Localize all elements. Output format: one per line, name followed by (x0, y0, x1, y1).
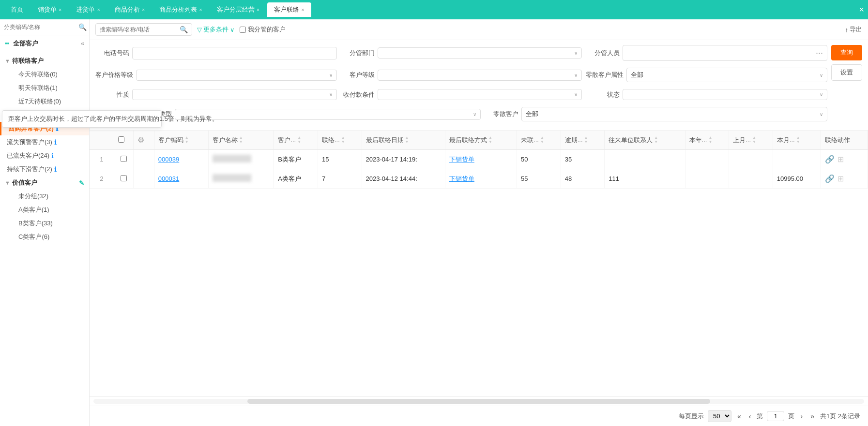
sidebar-item-class-c[interactable]: C类客户(6) (12, 230, 89, 244)
tab-analysis-list-close[interactable]: × (199, 7, 202, 13)
sidebar-item-tomorrow[interactable]: 明天待联络(1) (12, 81, 89, 95)
filter-row-3: 性质 ∨ 收付款条件 ∨ (95, 89, 827, 100)
tab-sales[interactable]: 销货单 × (31, 2, 68, 17)
prev-page-btn[interactable]: ‹ (747, 411, 753, 421)
filter-cust-type-select[interactable]: ∨ (175, 109, 481, 120)
tab-analysis[interactable]: 商品分析 × (108, 2, 152, 17)
sidebar-item-7days[interactable]: 近7天待联络(0) (12, 95, 89, 108)
sidebar-item-churn-warning[interactable]: 流失预警客户(3) ℹ (0, 135, 89, 149)
action-grid-icon-2[interactable]: ⊞ (838, 174, 844, 183)
td-code-2[interactable]: 000031 (154, 169, 208, 189)
sort-this-month[interactable]: 本月... ▲▼ (777, 136, 817, 145)
last-method-link-2[interactable]: 下销货单 (449, 175, 474, 182)
sidebar-item-churned[interactable]: 已流失客户(24) ℹ (0, 149, 89, 162)
filter-retail-attr-label: 零散客户属性 (586, 71, 624, 79)
info-icon-churn-warning[interactable]: ℹ (54, 138, 57, 146)
info-icon-churned[interactable]: ℹ (51, 152, 54, 160)
sort-code[interactable]: 客户编码 ▲▼ (158, 136, 204, 145)
filter-payment-select[interactable]: ∨ (378, 89, 582, 100)
sort-contact[interactable]: 联络... ▲▼ (322, 136, 358, 145)
td-action-2: 🔗 ⊞ (821, 169, 868, 189)
tab-customer-contact[interactable]: 客户联络 × (267, 2, 311, 17)
td-contact-2: 7 (318, 169, 362, 189)
info-icon-declining[interactable]: ℹ (54, 165, 57, 173)
sort-arrows-contact: ▲▼ (341, 136, 345, 144)
query-button[interactable]: 查询 (831, 45, 862, 60)
sort-unread[interactable]: 未联... ▲▼ (521, 136, 557, 145)
table-row: 1 000039 B类客户 15 2023-04-17 14:19: 下销货单 … (90, 150, 868, 169)
search-input[interactable] (100, 26, 178, 33)
sort-last-method[interactable]: 最后联络方式 ▲▼ (449, 136, 513, 145)
tab-customer-mgmt[interactable]: 客户分层经营 × (210, 2, 266, 17)
table-settings-icon[interactable]: ⚙ (137, 136, 144, 144)
filter-dots-icon[interactable]: ··· (816, 48, 823, 58)
filter-retail-cust-select[interactable]: 全部 ∨ (521, 107, 827, 121)
row-1-checkbox[interactable] (121, 156, 127, 162)
filter-dept-select[interactable]: ∨ (378, 47, 582, 59)
sort-name[interactable]: 客户名称 ▲▼ (213, 136, 270, 145)
my-customer-checkbox[interactable]: 我分管的客户 (240, 25, 286, 34)
sidebar-search-input[interactable] (4, 24, 76, 30)
filter-retail-cust: 零散客户 全部 ∨ (485, 107, 827, 121)
action-link-icon-1[interactable]: 🔗 (825, 155, 835, 164)
filter-dept-label: 分管部门 (341, 49, 375, 58)
action-link-icon-2[interactable]: 🔗 (825, 174, 835, 183)
first-page-btn[interactable]: « (735, 411, 743, 421)
sort-level[interactable]: 客户... ▲▼ (278, 136, 314, 145)
sidebar-collapse-icon[interactable]: « (81, 40, 84, 47)
sort-last-date[interactable]: 最后联络日期 ▲▼ (366, 136, 441, 145)
td-code-1[interactable]: 000039 (154, 150, 208, 169)
filter-payment-label: 收付款条件 (341, 90, 375, 99)
row-2-checkbox[interactable] (121, 175, 127, 181)
edit-value-icon[interactable]: ✎ (79, 179, 84, 187)
tab-home[interactable]: 首页 (4, 2, 30, 17)
filter-price-select[interactable]: ∨ (136, 70, 337, 81)
tab-purchase-close[interactable]: × (97, 7, 100, 13)
next-page-btn[interactable]: › (798, 411, 805, 421)
h-scroll-thumb[interactable] (247, 399, 710, 404)
filter-nature-select[interactable]: ∨ (132, 89, 337, 100)
sort-unit-contact[interactable]: 往来单位联系人 ▲▼ (609, 136, 681, 145)
export-btn[interactable]: ↑ 导出 (845, 25, 863, 34)
window-close-icon[interactable]: × (859, 5, 864, 15)
per-page-select[interactable]: 50 (708, 410, 731, 422)
tab-customer-mgmt-close[interactable]: × (257, 7, 259, 13)
page-number-input[interactable] (767, 411, 784, 421)
td-last-date-1: 2023-04-17 14:19: (362, 150, 445, 169)
sidebar-item-today[interactable]: 今天待联络(0) (12, 68, 89, 81)
more-conditions-btn[interactable]: ▽ 更多条件 ∨ (197, 25, 235, 34)
h-scroll-track[interactable] (93, 399, 864, 404)
tab-analysis-close[interactable]: × (142, 7, 145, 13)
filter-phone-input[interactable] (132, 47, 337, 59)
tab-customer-contact-close[interactable]: × (301, 7, 304, 13)
main-layout: 🔍 ▪▪ 全部客户 « ▼ 待联络客户 今天待联络(0) 明天待联络(1) 近7… (0, 19, 868, 426)
th-checkbox (114, 131, 133, 150)
tab-analysis-list[interactable]: 商品分析列表 × (152, 2, 209, 17)
sidebar-search-icon[interactable]: 🔍 (78, 23, 87, 31)
action-grid-icon-1[interactable]: ⊞ (838, 155, 844, 164)
sort-overdue[interactable]: 逾期... ▲▼ (565, 136, 601, 145)
tab-purchase[interactable]: 进货单 × (69, 2, 107, 17)
filter-manager-select[interactable]: ··· (623, 45, 827, 61)
sort-year[interactable]: 本年... ▲▼ (689, 136, 725, 145)
select-all-checkbox[interactable] (118, 136, 124, 143)
sidebar-item-class-a[interactable]: A类客户(1) (12, 203, 89, 217)
my-customer-check[interactable] (240, 27, 246, 33)
setting-button[interactable]: 设置 (831, 64, 862, 81)
sort-last-month[interactable]: 上月... ▲▼ (733, 136, 769, 145)
last-method-link-1[interactable]: 下销货单 (449, 156, 474, 163)
sidebar-item-declining[interactable]: 持续下滑客户(2) ℹ (0, 162, 89, 176)
tab-sales-close[interactable]: × (59, 7, 61, 13)
sidebar-item-class-b[interactable]: B类客户(33) (12, 217, 89, 230)
search-box-icon[interactable]: 🔍 (180, 26, 188, 33)
filter-status-select[interactable]: ∨ (623, 89, 827, 100)
sidebar-group-value[interactable]: ▼ 价值客户 ✎ (0, 176, 89, 190)
nature-arrow-icon: ∨ (329, 92, 333, 97)
sidebar-group-pending[interactable]: ▼ 待联络客户 (0, 54, 89, 68)
sidebar-item-unclassified[interactable]: 未分组(32) (12, 190, 89, 203)
filter-retail-attr-select[interactable]: 全部 ∨ (626, 68, 827, 82)
td-settings-2 (133, 169, 154, 189)
filter-action-col: 查询 设置 (831, 45, 862, 81)
filter-cust-level-select[interactable]: ∨ (378, 70, 582, 81)
last-page-btn[interactable]: » (808, 411, 816, 421)
